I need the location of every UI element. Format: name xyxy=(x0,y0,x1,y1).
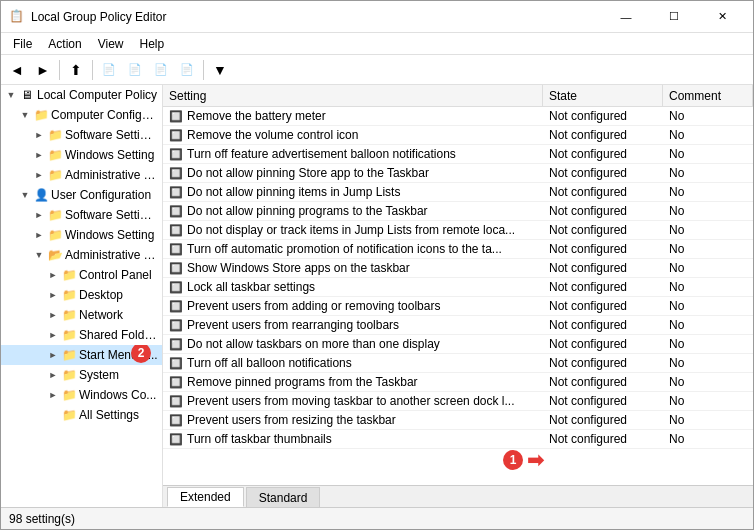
sidebar-item-local-computer-policy[interactable]: ▼ 🖥 Local Computer Policy xyxy=(1,85,162,105)
folder-icon: 📁 xyxy=(33,107,49,123)
sidebar-label: Desktop xyxy=(79,288,123,302)
sidebar-item-user-config[interactable]: ▼ 👤 User Configuration xyxy=(1,185,162,205)
cell-setting: 🔲 Turn off all balloon notifications xyxy=(163,354,543,372)
table-row[interactable]: 🔲 Turn off all balloon notifications Not… xyxy=(163,354,753,373)
folder-icon: 📁 xyxy=(61,267,77,283)
table-row[interactable]: 🔲 Lock all taskbar settings Not configur… xyxy=(163,278,753,297)
back-button[interactable]: ◄ xyxy=(5,58,29,82)
cell-comment: No xyxy=(663,145,753,163)
table-row[interactable]: 🔲 Turn off feature advertisement balloon… xyxy=(163,145,753,164)
col-header-setting[interactable]: Setting xyxy=(163,85,543,106)
sidebar-label: Windows Setting xyxy=(65,148,154,162)
sidebar-item-desktop[interactable]: ► 📁 Desktop xyxy=(1,285,162,305)
sidebar-item-all-settings[interactable]: 📁 All Settings xyxy=(1,405,162,425)
cell-comment: No xyxy=(663,202,753,220)
folder-icon: 📁 xyxy=(61,367,77,383)
col-header-comment[interactable]: Comment xyxy=(663,85,753,106)
sidebar-label: Network xyxy=(79,308,123,322)
forward-button[interactable]: ► xyxy=(31,58,55,82)
menu-file[interactable]: File xyxy=(5,35,40,53)
table-row[interactable]: 🔲 Turn off automatic promotion of notifi… xyxy=(163,240,753,259)
cell-setting: 🔲 Remove the battery meter xyxy=(163,107,543,125)
table-row[interactable]: 🔲 Turn off taskbar thumbnails Not config… xyxy=(163,430,753,449)
refresh-button[interactable]: 📄 xyxy=(149,58,173,82)
cell-state: Not configured xyxy=(543,316,663,334)
window-controls: — ☐ ✕ xyxy=(603,1,745,33)
main-content: ▼ 🖥 Local Computer Policy ▼ 📁 Computer C… xyxy=(1,85,753,507)
sidebar-label: Computer Configura... xyxy=(51,108,158,122)
expand-icon: ► xyxy=(31,127,47,143)
cell-state: Not configured xyxy=(543,335,663,353)
menu-view[interactable]: View xyxy=(90,35,132,53)
minimize-button[interactable]: — xyxy=(603,1,649,33)
cell-state: Not configured xyxy=(543,373,663,391)
table-row[interactable]: 🔲 Remove the battery meter Not configure… xyxy=(163,107,753,126)
status-text: 98 setting(s) xyxy=(9,512,75,526)
tab-standard[interactable]: Standard xyxy=(246,487,321,507)
details-button[interactable]: 📄 xyxy=(175,58,199,82)
table-row[interactable]: 🔲 Do not allow pinning Store app to the … xyxy=(163,164,753,183)
sidebar-label: User Configuration xyxy=(51,188,151,202)
sidebar-item-control-panel[interactable]: ► 📁 Control Panel xyxy=(1,265,162,285)
sidebar-item-shared-folders[interactable]: ► 📁 Shared Folders xyxy=(1,325,162,345)
sidebar-item-network[interactable]: ► 📁 Network xyxy=(1,305,162,325)
cell-setting: 🔲 Do not allow pinning items in Jump Lis… xyxy=(163,183,543,201)
table-row[interactable]: 🔲 Do not allow pinning programs to the T… xyxy=(163,202,753,221)
policy-icon: 🔲 xyxy=(169,128,183,142)
cell-state: Not configured xyxy=(543,202,663,220)
up-button[interactable]: ⬆ xyxy=(64,58,88,82)
cell-setting: 🔲 Turn off automatic promotion of notifi… xyxy=(163,240,543,258)
sidebar-item-admin-templates-1[interactable]: ► 📁 Administrative Te... xyxy=(1,165,162,185)
sidebar-label: Software Settings xyxy=(65,128,158,142)
menu-action[interactable]: Action xyxy=(40,35,89,53)
toolbar-separator-3 xyxy=(203,60,204,80)
sidebar-item-start-menu[interactable]: ► 📁 Start Menu a... 2 xyxy=(1,345,162,365)
table-row[interactable]: 🔲 Do not display or track items in Jump … xyxy=(163,221,753,240)
table-row[interactable]: 🔲 Remove the volume control icon Not con… xyxy=(163,126,753,145)
sidebar-item-system[interactable]: ► 📁 System xyxy=(1,365,162,385)
title-bar-left: 📋 Local Group Policy Editor xyxy=(9,9,166,25)
tab-extended[interactable]: Extended xyxy=(167,487,244,507)
show-hide-button[interactable]: 📄 xyxy=(97,58,121,82)
cell-setting: 🔲 Do not allow taskbars on more than one… xyxy=(163,335,543,353)
folder-icon: 📁 xyxy=(61,327,77,343)
cell-comment: No xyxy=(663,411,753,429)
policy-icon: 🔲 xyxy=(169,166,183,180)
table-row[interactable]: 🔲 Remove pinned programs from the Taskba… xyxy=(163,373,753,392)
sidebar-item-computer-config[interactable]: ▼ 📁 Computer Configura... xyxy=(1,105,162,125)
sidebar-item-software-settings-2[interactable]: ► 📁 Software Settings xyxy=(1,205,162,225)
expand-icon: ► xyxy=(31,167,47,183)
table-row[interactable]: 🔲 Prevent users from moving taskbar to a… xyxy=(163,392,753,411)
close-button[interactable]: ✕ xyxy=(699,1,745,33)
table-row[interactable]: 🔲 Show Windows Store apps on the taskbar… xyxy=(163,259,753,278)
sidebar-item-windows-setting-1[interactable]: ► 📁 Windows Setting xyxy=(1,145,162,165)
sidebar-label: Shared Folders xyxy=(79,328,158,342)
cell-state: Not configured xyxy=(543,221,663,239)
expand-icon: ▼ xyxy=(31,247,47,263)
right-panel: Setting State Comment 🔲 Remove the batte… xyxy=(163,85,753,507)
table-row[interactable]: 🔲 Prevent users from resizing the taskba… xyxy=(163,411,753,430)
cell-comment: No xyxy=(663,164,753,182)
cell-setting: 🔲 Do not display or track items in Jump … xyxy=(163,221,543,239)
maximize-button[interactable]: ☐ xyxy=(651,1,697,33)
table-row[interactable]: 🔲 Prevent users from rearranging toolbar… xyxy=(163,316,753,335)
cell-state: Not configured xyxy=(543,392,663,410)
cell-state: Not configured xyxy=(543,354,663,372)
tree-button[interactable]: 📄 xyxy=(123,58,147,82)
table-row[interactable]: 🔲 Prevent users from adding or removing … xyxy=(163,297,753,316)
col-header-state[interactable]: State xyxy=(543,85,663,106)
policy-icon: 🔲 xyxy=(169,223,183,237)
sidebar-item-admin-templates-2[interactable]: ▼ 📂 Administrative Te... xyxy=(1,245,162,265)
menu-help[interactable]: Help xyxy=(132,35,173,53)
table-row[interactable]: 🔲 Do not allow pinning items in Jump Lis… xyxy=(163,183,753,202)
folder-icon: 📁 xyxy=(61,387,77,403)
cell-state: Not configured xyxy=(543,430,663,448)
sidebar-item-windows-components[interactable]: ► 📁 Windows Co... xyxy=(1,385,162,405)
sidebar-item-software-settings-1[interactable]: ► 📁 Software Settings xyxy=(1,125,162,145)
table-row[interactable]: 🔲 Do not allow taskbars on more than one… xyxy=(163,335,753,354)
cell-state: Not configured xyxy=(543,145,663,163)
filter-button[interactable]: ▼ xyxy=(208,58,232,82)
folder-icon: 📁 xyxy=(47,227,63,243)
sidebar-item-windows-setting-2[interactable]: ► 📁 Windows Setting xyxy=(1,225,162,245)
expand-icon: ► xyxy=(45,327,61,343)
